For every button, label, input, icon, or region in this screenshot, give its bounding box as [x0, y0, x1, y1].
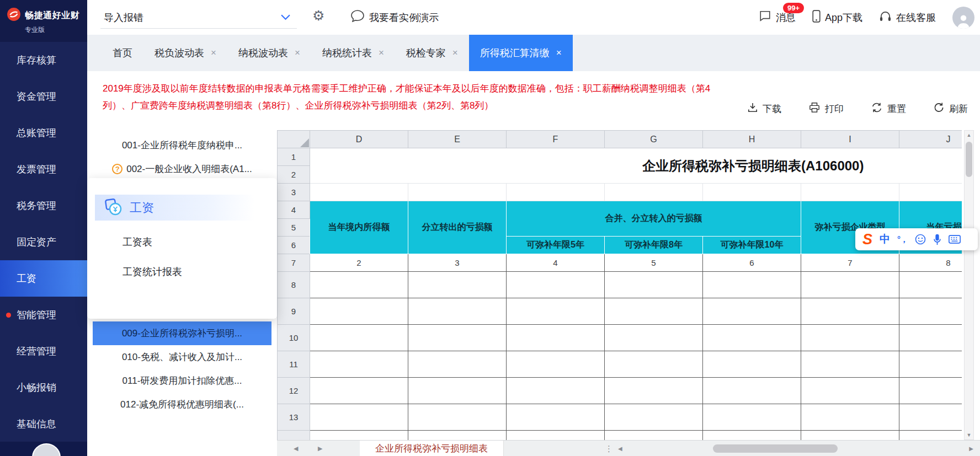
cell[interactable] — [899, 378, 962, 404]
column-header-i[interactable]: I — [801, 131, 899, 148]
header-cell-merged-split-loss-group[interactable]: 合并、分立转入的亏损额 — [507, 201, 801, 237]
header-cell-current-year-domestic-income[interactable]: 当年境内所得额 — [310, 201, 408, 254]
cell[interactable] — [801, 378, 899, 404]
report-item-009-selected[interactable]: 009-企业所得税弥补亏损明... — [93, 321, 271, 345]
cell[interactable] — [703, 272, 801, 298]
cell[interactable] — [605, 184, 703, 201]
sheet-tab[interactable]: 企业所得税弥补亏损明细表 — [360, 441, 504, 456]
cell[interactable] — [507, 272, 605, 298]
report-item-002[interactable]: ?002-一般企业收入明细表(A1... — [93, 157, 271, 181]
emoji-icon[interactable] — [915, 234, 926, 245]
cell[interactable] — [899, 298, 962, 325]
sidebar-item-payroll[interactable]: 工资 — [0, 260, 87, 297]
column-index-cell[interactable]: 6 — [703, 254, 801, 272]
import-error-dropdown[interactable]: 导入报错 — [100, 7, 297, 29]
cell[interactable] — [801, 351, 899, 378]
vertical-scroll-thumb[interactable] — [966, 142, 972, 177]
row-header-7[interactable]: 7 — [278, 254, 310, 272]
column-index-cell[interactable]: 7 — [801, 254, 899, 272]
sidebar-item-general-ledger[interactable]: 总账管理 — [0, 115, 87, 151]
column-header-h[interactable]: H — [703, 131, 801, 148]
refresh-button[interactable]: 刷新 — [934, 102, 968, 116]
cell[interactable] — [801, 325, 899, 351]
cell[interactable] — [605, 351, 703, 378]
column-header-f[interactable]: F — [507, 131, 605, 148]
sidebar-item-basic-info[interactable]: 基础信息 — [0, 406, 87, 442]
tab-home[interactable]: 首页 — [102, 35, 143, 71]
column-header-j[interactable]: J — [899, 131, 962, 148]
cell[interactable] — [310, 298, 408, 325]
cell[interactable] — [408, 351, 507, 378]
reset-button[interactable]: 重置 — [871, 102, 906, 116]
tab-close-icon[interactable]: × — [295, 47, 300, 58]
column-index-cell[interactable]: 4 — [507, 254, 605, 272]
cell[interactable] — [899, 325, 962, 351]
cell[interactable] — [408, 325, 507, 351]
tab-tax-inspection-expert[interactable]: 税检专家× — [395, 35, 469, 71]
scroll-up-arrow[interactable]: ▲ — [965, 131, 973, 140]
download-button[interactable]: 下载 — [748, 102, 781, 116]
report-item-001[interactable]: 001-企业所得税年度纳税申... — [93, 133, 271, 157]
cell[interactable] — [408, 404, 507, 431]
scroll-left-arrow[interactable]: ◀ — [618, 441, 622, 456]
horizontal-scroll-thumb[interactable] — [713, 444, 838, 453]
cell[interactable] — [605, 272, 703, 298]
sheet-title-cell[interactable]: 企业所得税弥补亏损明细表(A106000) — [310, 148, 962, 184]
row-header-6[interactable]: 6 — [278, 237, 310, 254]
report-item-011[interactable]: 011-研发费用加计扣除优惠... — [93, 369, 271, 393]
row-header-14[interactable]: 14 — [278, 431, 310, 441]
cell[interactable] — [801, 184, 899, 201]
column-header-d[interactable]: D — [310, 131, 408, 148]
messages-button[interactable]: 消息 99+ — [759, 10, 796, 25]
cell[interactable] — [703, 184, 801, 201]
cell[interactable] — [507, 431, 605, 441]
row-header-4[interactable]: 4 — [278, 201, 310, 219]
column-index-cell[interactable]: 3 — [408, 254, 507, 272]
sheet-prev-arrow[interactable]: ◀ — [294, 441, 298, 456]
sidebar-item-inventory[interactable]: 库存核算 — [0, 42, 87, 78]
column-index-cell[interactable]: 5 — [605, 254, 703, 272]
tab-income-tax-settlement[interactable]: 所得税汇算清缴× — [469, 35, 573, 71]
row-header-8[interactable]: 8 — [278, 272, 310, 298]
row-header-1[interactable]: 1 — [278, 148, 310, 166]
cell[interactable] — [899, 404, 962, 431]
tab-tax-statistics[interactable]: 纳税统计表× — [311, 35, 395, 71]
sidebar-footer-circle[interactable] — [32, 443, 61, 456]
ime-logo[interactable]: S — [862, 232, 872, 247]
tab-close-icon[interactable]: × — [379, 47, 384, 58]
report-item-012[interactable]: 012-减免所得税优惠明细表(... — [93, 393, 271, 416]
settings-gear-icon[interactable]: ⚙ — [312, 8, 324, 24]
scroll-right-arrow[interactable]: ▶ — [969, 441, 973, 456]
cell[interactable] — [408, 298, 507, 325]
cell[interactable] — [605, 404, 703, 431]
menu-item-payroll-sheet[interactable]: 工资表 — [87, 227, 277, 257]
row-header-2[interactable]: 2 — [278, 166, 310, 184]
column-header-e[interactable]: E — [408, 131, 507, 148]
header-cell-carryforward-5y[interactable]: 可弥补年限5年 — [507, 237, 605, 254]
online-service-button[interactable]: 在线客服 — [879, 10, 936, 25]
user-avatar[interactable] — [952, 7, 974, 29]
cell[interactable] — [408, 431, 507, 441]
app-download-button[interactable]: App下载 — [812, 10, 862, 25]
cell[interactable] — [703, 351, 801, 378]
cell[interactable] — [310, 184, 408, 201]
sidebar-item-business-management[interactable]: 经营管理 — [0, 333, 87, 369]
select-all-corner[interactable] — [278, 131, 310, 148]
cell[interactable] — [507, 351, 605, 378]
cell[interactable] — [310, 272, 408, 298]
row-header-5[interactable]: 5 — [278, 219, 310, 237]
microphone-icon[interactable] — [933, 234, 941, 245]
cell[interactable] — [899, 272, 962, 298]
cell[interactable] — [605, 431, 703, 441]
cell[interactable] — [408, 272, 507, 298]
cell[interactable] — [507, 184, 605, 201]
sidebar-item-invoice[interactable]: 发票管理 — [0, 151, 87, 187]
tab-close-icon[interactable]: × — [556, 47, 562, 58]
scroll-down-arrow[interactable]: ▼ — [965, 431, 973, 439]
row-header-10[interactable]: 10 — [278, 325, 310, 351]
header-cell-carryforward-10y[interactable]: 可弥补年限10年 — [703, 237, 801, 254]
cell[interactable] — [801, 272, 899, 298]
row-header-11[interactable]: 11 — [278, 351, 310, 378]
ime-punctuation-toggle[interactable]: °， — [897, 234, 908, 245]
cell[interactable] — [310, 404, 408, 431]
